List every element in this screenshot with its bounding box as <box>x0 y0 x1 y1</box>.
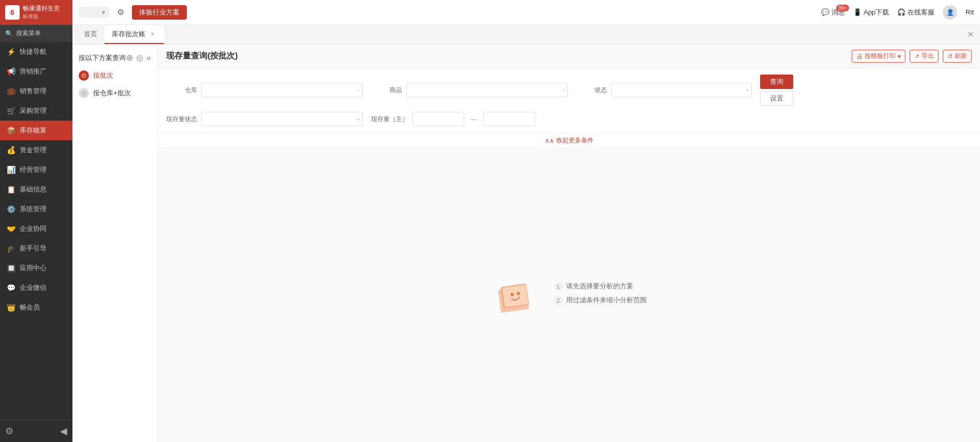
refresh-icon: ↺ <box>947 53 953 60</box>
status-field: 状态 ▾ <box>576 83 752 97</box>
product-input-wrapper: ··· <box>406 83 568 97</box>
stock-qty-min-input[interactable] <box>412 112 464 126</box>
print-button[interactable]: 🖨 按模板打印 ▾ <box>852 50 905 63</box>
topbar-breadcrumb[interactable]: ▾ <box>79 7 109 18</box>
status-select[interactable] <box>611 83 752 97</box>
warehouse-dots-button[interactable]: ··· <box>357 87 361 93</box>
tab-home-label: 首页 <box>84 30 97 39</box>
app-download-icon: 📱 <box>853 8 862 16</box>
hint-text-1: 请先选择要分析的方案 <box>566 282 633 291</box>
sidebar-item-sales[interactable]: 💼 销售管理 <box>0 81 72 101</box>
sidebar-item-label: 企业协同 <box>20 224 47 233</box>
online-service-button[interactable]: 🎧 在线客服 <box>897 8 934 17</box>
search-icon: 🔍 <box>5 30 13 37</box>
tabbar: 首页 库存批次账 × ✕ <box>72 25 980 45</box>
filter-warehouse-batch-icon: ⊙ <box>79 88 89 98</box>
sidebar-item-label: 经营管理 <box>20 165 47 174</box>
app-download-button[interactable]: 📱 App下载 <box>853 8 889 17</box>
query-form: 仓库 ··· 商品 ··· 状态 <box>158 68 980 133</box>
collapse-sidebar-button[interactable]: ◀ <box>60 425 67 437</box>
query-actions: 查询 设置 <box>760 75 793 106</box>
empty-state: 1 请先选择要分析的方案 2 用过滤条件来缩小分析范围 <box>158 149 980 442</box>
query-button[interactable]: 查询 <box>760 75 793 89</box>
sidebar-item-newbie[interactable]: 🎓 新手引导 <box>0 239 72 258</box>
settings-button[interactable]: 设置 <box>760 91 793 106</box>
sidebar-item-label: 应用中心 <box>20 263 47 273</box>
topbar: ▾ ⚙ 体验行业方案 💬 消息 99+ 📱 App下载 🎧 在线客服 👤 Rit <box>72 0 980 25</box>
refresh-button[interactable]: ↺ 刷新 <box>943 50 972 63</box>
sidebar-item-basic[interactable]: 📋 基础信息 <box>0 180 72 199</box>
username-label[interactable]: Rit <box>966 8 974 16</box>
filter-option-warehouse-batch-label: 按仓库+批次 <box>93 89 131 98</box>
filter-option-batch-label: 按批次 <box>93 71 113 80</box>
sidebar-item-wechat[interactable]: 💬 企业微信 <box>0 278 72 298</box>
sidebar-nav: ⚡ 快捷导航 📢 营销推广 💼 销售管理 🛒 采购管理 📦 库存核算 💰 资金管… <box>0 42 72 420</box>
export-button[interactable]: ↗ 导出 <box>910 50 939 63</box>
sales-icon: 💼 <box>6 86 16 96</box>
stock-qty-max-input[interactable] <box>483 112 535 126</box>
sidebar-item-system[interactable]: ⚙️ 系统管理 <box>0 199 72 219</box>
message-button[interactable]: 💬 消息 99+ <box>821 8 845 17</box>
sidebar-item-label: 库存核算 <box>20 126 47 135</box>
sidebar-item-purchase[interactable]: 🛒 采购管理 <box>0 101 72 121</box>
purchase-icon: 🛒 <box>6 106 16 115</box>
message-badge: 99+ <box>836 5 849 11</box>
print-chevron-icon: ▾ <box>898 53 901 60</box>
sidebar-item-operations[interactable]: 📊 经营管理 <box>0 160 72 180</box>
main-content: 现存量查询(按批次) 🖨 按模板打印 ▾ ↗ 导出 ↺ 刷新 <box>158 45 980 442</box>
sidebar-item-label: 资金管理 <box>20 145 47 155</box>
page-title-bar: 现存量查询(按批次) 🖨 按模板打印 ▾ ↗ 导出 ↺ 刷新 <box>158 45 980 68</box>
sidebar-item-label: 新手引导 <box>20 244 47 253</box>
stock-qty-label: 现存量（主） <box>371 115 408 124</box>
newbie-icon: 🎓 <box>6 244 16 253</box>
print-label: 按模板打印 <box>865 52 896 61</box>
settings-button[interactable]: ⚙ <box>5 425 13 437</box>
sidebar-item-enterprise[interactable]: 🤝 企业协同 <box>0 219 72 239</box>
basic-icon: 📋 <box>6 185 16 194</box>
sidebar-item-member[interactable]: 👑 畅会员 <box>0 298 72 317</box>
tab-home[interactable]: 首页 <box>77 25 105 44</box>
sidebar-item-marketing[interactable]: 📢 营销推广 <box>0 62 72 81</box>
product-input[interactable] <box>406 83 568 97</box>
filter-panel-title: 按以下方案查询 <box>79 53 126 63</box>
marketing-icon: 📢 <box>6 67 16 76</box>
tab-close-button[interactable]: × <box>149 30 157 38</box>
add-filter-button[interactable]: ⊕ <box>126 53 133 63</box>
export-icon: ↗ <box>914 53 919 60</box>
app-logo: 6 <box>5 5 20 20</box>
app-download-label: App下载 <box>864 8 889 17</box>
system-icon: ⚙️ <box>6 204 16 214</box>
filter-option-by-batch[interactable]: ⊙ 按批次 <box>72 67 157 84</box>
sidebar-search[interactable]: 🔍 搜索菜单 <box>0 25 72 42</box>
settings-gear-button[interactable]: ⚙ <box>113 5 128 20</box>
stock-status-select[interactable] <box>201 112 363 126</box>
sidebar-item-inventory[interactable]: 📦 库存核算 <box>0 121 72 140</box>
enterprise-icon: 🤝 <box>6 224 16 233</box>
product-field: 商品 ··· <box>371 83 568 97</box>
sidebar-item-finance[interactable]: 💰 资金管理 <box>0 140 72 160</box>
content-area: 按以下方案查询 ⊕ ◎ « ⊙ 按批次 ⊙ 按仓库+批次 现存量查询(按批次) <box>72 45 980 442</box>
finance-icon: 💰 <box>6 145 16 155</box>
warehouse-input[interactable] <box>201 83 363 97</box>
hint-text-2: 用过滤条件来缩小分析范围 <box>566 296 647 305</box>
tab-inventory-batch[interactable]: 库存批次账 × <box>105 25 164 44</box>
app-name: 畅康通好生意 <box>23 5 60 13</box>
product-dots-button[interactable]: ··· <box>561 87 566 93</box>
warehouse-label: 仓库 <box>166 86 197 95</box>
breadcrumb-chevron-icon: ▾ <box>102 9 105 16</box>
page-title-actions: 🖨 按模板打印 ▾ ↗ 导出 ↺ 刷新 <box>852 50 972 63</box>
user-avatar[interactable]: 👤 <box>943 5 957 20</box>
refresh-label: 刷新 <box>955 52 967 61</box>
sidebar-item-shortcut[interactable]: ⚡ 快捷导航 <box>0 42 72 62</box>
hint-number-1: 1 <box>554 282 563 291</box>
sidebar-item-appstore[interactable]: 🔲 应用中心 <box>0 258 72 278</box>
experience-industry-button[interactable]: 体验行业方案 <box>132 5 187 20</box>
stock-status-field: 现存量状态 ▾ <box>166 112 363 126</box>
filter-settings-button[interactable]: ◎ <box>136 53 143 63</box>
tab-panel-close-button[interactable]: ✕ <box>961 30 980 39</box>
filter-collapse-button[interactable]: « <box>146 53 151 63</box>
filter-option-by-warehouse-batch[interactable]: ⊙ 按仓库+批次 <box>72 84 157 102</box>
hint-number-2: 2 <box>554 296 563 305</box>
collapse-conditions-button[interactable]: ∧∧ 收起更多条件 <box>158 133 980 149</box>
message-icon: 💬 <box>821 8 829 16</box>
